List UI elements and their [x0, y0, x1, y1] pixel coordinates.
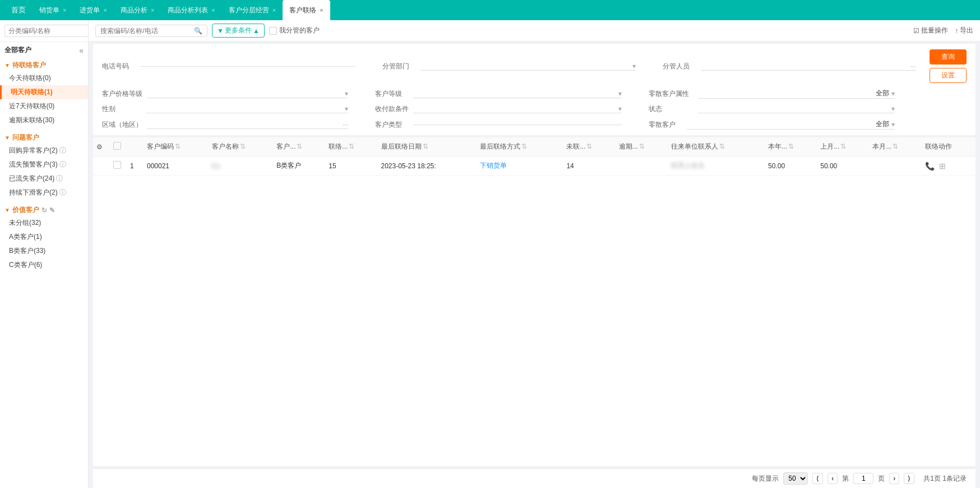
- retail-attr-chevron[interactable]: ▾: [891, 90, 895, 98]
- page-size-select[interactable]: 50: [783, 472, 808, 485]
- region-more[interactable]: ···: [343, 121, 348, 128]
- row-gear: [93, 156, 110, 176]
- toolbar-search-icon[interactable]: 🔍: [194, 27, 202, 35]
- sort-contact[interactable]: ⇅: [349, 142, 354, 150]
- retail-chevron[interactable]: ▾: [891, 121, 895, 128]
- sort-lastdate[interactable]: ⇅: [423, 142, 428, 150]
- export-btn[interactable]: ↑ 导出: [955, 26, 973, 35]
- action-grid-icon[interactable]: ⊞: [939, 162, 946, 171]
- info-icon-churned: ⓘ: [56, 174, 63, 183]
- refresh-icon[interactable]: ↻: [41, 206, 47, 214]
- filter-cell-region: 区域（地区） ···: [102, 120, 348, 130]
- pagination-next[interactable]: ›: [889, 473, 899, 484]
- payment-chevron[interactable]: ▾: [618, 105, 622, 113]
- gear-icon[interactable]: ⚙: [96, 143, 103, 151]
- sidebar-item-7days[interactable]: 近7天待联络(0): [0, 99, 88, 113]
- my-customer-checkbox[interactable]: [269, 27, 277, 35]
- sidebar-collapse-icon[interactable]: «: [79, 46, 84, 55]
- nav-customer-contact-close[interactable]: ×: [320, 7, 323, 13]
- my-customer-check[interactable]: 我分管的客户: [269, 26, 320, 35]
- sort-contactperson[interactable]: ⇅: [719, 142, 725, 150]
- col-nocontact-header: 未联...⇅: [563, 137, 615, 156]
- gender-label: 性别: [102, 104, 141, 114]
- select-all-checkbox[interactable]: [113, 142, 121, 150]
- sidebar-item-today[interactable]: 今天待联络(0): [0, 71, 88, 85]
- filter-row-1: 电话号码 分管部门 ▾ 分管人员 ···: [102, 49, 967, 83]
- nav-goods-analysis-list[interactable]: 商品分析列表 ×: [161, 0, 221, 20]
- nav-home[interactable]: 首页: [4, 0, 33, 20]
- sidebar-item-churn-warning[interactable]: 流失预警客户(3) ⓘ: [0, 158, 88, 172]
- row-nocontact: 14: [563, 156, 615, 176]
- sidebar-item-declining[interactable]: 持续下滑客户(2) ⓘ: [0, 186, 88, 200]
- sidebar-item-b-class[interactable]: B类客户(33): [0, 244, 88, 258]
- filter-more-btn[interactable]: ▼ 更多条件 ▲: [212, 24, 265, 38]
- sort-thismonth[interactable]: ⇅: [893, 142, 898, 150]
- sidebar-item-tomorrow[interactable]: 明天待联络(1): [0, 85, 88, 99]
- row-check[interactable]: [110, 156, 127, 176]
- retail-value: 全部: [876, 119, 889, 129]
- col-check-header: [110, 137, 127, 156]
- lastmethod-link[interactable]: 下销货单: [480, 162, 507, 169]
- dept-label: 分管部门: [382, 62, 416, 71]
- sort-name[interactable]: ⇅: [240, 142, 246, 150]
- sidebar-search-input[interactable]: [4, 25, 89, 37]
- payment-label: 收付款条件: [375, 104, 409, 114]
- person-more[interactable]: ···: [910, 62, 916, 70]
- sort-thisyear[interactable]: ⇅: [788, 142, 794, 150]
- retail-label: 零散客户: [649, 120, 682, 130]
- sidebar-item-abnormal[interactable]: 回购异常客户(2) ⓘ: [0, 144, 88, 158]
- sidebar-item-ungrouped[interactable]: 未分组(32): [0, 216, 88, 230]
- row-lastmonth: 50.00: [817, 156, 869, 176]
- query-button[interactable]: 查询: [930, 49, 967, 65]
- sidebar-item-c-class[interactable]: C类客户(6): [0, 258, 88, 272]
- info-icon-churn: ⓘ: [59, 160, 66, 169]
- clevel-chevron[interactable]: ▾: [618, 90, 622, 98]
- settings-button[interactable]: 设置: [930, 68, 967, 83]
- nav-purchase[interactable]: 进货单 ×: [73, 0, 113, 20]
- nav-purchase-close[interactable]: ×: [103, 7, 107, 13]
- pagination-next-next[interactable]: ⟩: [904, 473, 914, 484]
- nav-sales-close[interactable]: ×: [63, 7, 66, 13]
- filter-cell-price: 客户价格等级 ▾: [102, 89, 348, 99]
- status-chevron[interactable]: ▾: [891, 105, 895, 113]
- region-label: 区域（地区）: [102, 120, 142, 130]
- col-lastmethod-header: 最后联络方式⇅: [477, 137, 563, 156]
- batch-btn[interactable]: ☑ 批量操作: [913, 26, 948, 35]
- col-thisyear-header: 本年...⇅: [765, 137, 817, 156]
- action-phone-icon[interactable]: 📞: [925, 162, 935, 171]
- phone-label: 电话号码: [102, 62, 136, 71]
- sidebar-item-a-class[interactable]: A类客户(1): [0, 230, 88, 244]
- nav-customer-segment-close[interactable]: ×: [272, 7, 276, 13]
- sort-type[interactable]: ⇅: [297, 142, 302, 150]
- filter-row-2: 客户价格等级 ▾ 客户等级 ▾ 零散客户属性 全部: [102, 89, 967, 99]
- sidebar-item-overdue[interactable]: 逾期未联络(30): [0, 113, 88, 127]
- edit-icon[interactable]: ✎: [49, 206, 55, 214]
- col-lastdate-header: 最后联络日期⇅: [378, 137, 477, 156]
- toolbar-search-input[interactable]: [100, 27, 192, 35]
- page-input[interactable]: [853, 473, 873, 484]
- sort-lastmethod[interactable]: ⇅: [521, 142, 527, 150]
- pagination-prev[interactable]: ‹: [828, 473, 838, 484]
- filter-cell-phone: 电话号码: [102, 62, 355, 71]
- page-size-label: 每页显示: [752, 474, 779, 484]
- sidebar-item-churned[interactable]: 已流失客户(24) ⓘ: [0, 172, 88, 186]
- pagination-prev-prev[interactable]: ⟨: [812, 473, 823, 484]
- sidebar-all-customers[interactable]: 全部客户 «: [0, 42, 88, 58]
- nav-customer-contact[interactable]: 客户联络 ×: [283, 0, 330, 20]
- nav-goods-analysis-close[interactable]: ×: [151, 7, 154, 13]
- price-chevron[interactable]: ▾: [345, 90, 348, 98]
- sort-code[interactable]: ⇅: [175, 142, 181, 150]
- nav-customer-segment[interactable]: 客户分层经营 ×: [222, 0, 283, 20]
- row-checkbox[interactable]: [113, 161, 121, 169]
- sort-nocontact[interactable]: ⇅: [586, 142, 592, 150]
- sort-lastmonth[interactable]: ⇅: [840, 142, 846, 150]
- nav-goods-analysis-list-close[interactable]: ×: [211, 7, 215, 13]
- dept-chevron[interactable]: ▾: [632, 62, 636, 70]
- nav-goods-analysis[interactable]: 商品分析 ×: [114, 0, 161, 20]
- row-lastmethod[interactable]: 下销货单: [477, 156, 563, 176]
- sort-overdue[interactable]: ⇅: [639, 142, 645, 150]
- value-tri: ▼: [4, 207, 10, 213]
- gender-chevron[interactable]: ▾: [345, 105, 348, 113]
- retail-attr-value: 全部: [876, 89, 889, 98]
- nav-sales[interactable]: 销货单 ×: [33, 0, 73, 20]
